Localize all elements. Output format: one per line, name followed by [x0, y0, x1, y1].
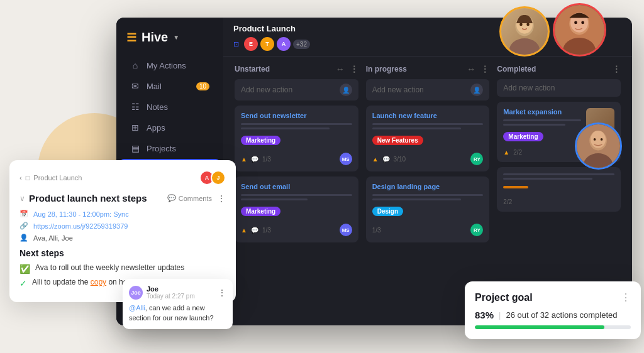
comment-bubble: Joe Joe Today at 2:27 pm ⋮ @Alli, can we…: [123, 279, 233, 329]
comment-author-avatar: Joe: [129, 286, 143, 300]
column-header-completed: Completed ⋮: [497, 64, 621, 74]
card-tag[interactable]: Marketing: [241, 136, 280, 145]
sidebar-item-apps[interactable]: ⊞ Apps: [120, 117, 219, 138]
dropdown-icon: ▼: [173, 34, 179, 41]
task-count: 1/3: [262, 156, 271, 163]
svg-point-10: [581, 21, 584, 24]
notes-section-title: Next steps: [19, 248, 226, 258]
notes-more-menu[interactable]: ⋮: [217, 193, 226, 204]
card-meta: ▲ 💬 3/10: [372, 156, 406, 163]
notes-date: Aug 28, 11:30 - 12:00pm: Sync: [33, 210, 129, 218]
card-line: [503, 178, 592, 180]
chat-icon: 💬: [382, 156, 390, 163]
card-tag[interactable]: New Features: [372, 136, 423, 145]
warning-icon: ▲: [241, 227, 247, 234]
card-meta: ▲ 2/2: [503, 149, 522, 156]
people-icon: 👤: [19, 234, 28, 242]
card-line: [241, 128, 330, 129]
chat-icon: 💬: [251, 156, 258, 163]
notes-breadcrumb: ‹ □ Product Launch A J: [19, 170, 226, 185]
more-icon[interactable]: ⋮: [350, 64, 358, 74]
comment-icon: 💬: [167, 194, 176, 202]
card-footer: ▲ 2/2: [503, 149, 581, 156]
card-line: [372, 194, 484, 196]
card-title: Launch new feature: [372, 112, 484, 119]
card-tag[interactable]: Marketing: [503, 132, 543, 141]
notes-avatars: A J: [203, 170, 226, 185]
avatar-person-1: [499, 6, 550, 57]
goal-progress-bar: [475, 325, 631, 329]
notes-people: Ava, Alli, Joe: [33, 234, 73, 242]
avatar-person-3: [575, 122, 622, 170]
card-tag[interactable]: Marketing: [241, 207, 280, 216]
add-action-btn-unstarted[interactable]: Add new action 👤: [235, 79, 358, 100]
notes-link: https://zoom.us/j/92259319379: [33, 222, 128, 230]
comment-more-menu[interactable]: ⋮: [218, 288, 226, 298]
avatar-person-2: [553, 3, 606, 57]
column-completed: Completed ⋮ Add new action Market expans…: [493, 64, 625, 318]
app-logo[interactable]: ☰ Hive ▼: [116, 28, 223, 55]
warning-icon: ▲: [241, 156, 247, 163]
card-meta: 1/3: [372, 227, 381, 234]
comment-time: Today at 2:27 pm: [147, 293, 195, 300]
notes-comment-btn[interactable]: 💬 Comments: [167, 194, 212, 202]
card-tag: [503, 186, 528, 188]
card-line: [503, 119, 581, 121]
board-icon: ⊡: [233, 40, 239, 48]
sidebar-item-notes[interactable]: ☷ Notes: [120, 97, 219, 117]
more-icon[interactable]: ⋮: [612, 64, 621, 74]
comment-text: @Alli, can we add a new section for our …: [129, 303, 226, 323]
expand-icon: ↔: [336, 64, 345, 74]
sidebar-item-label: My Actions: [147, 61, 186, 70]
warning-icon: ▲: [372, 156, 379, 163]
column-header-in-progress: In progress ↔ ⋮: [366, 64, 490, 74]
goal-more-menu[interactable]: ⋮: [621, 291, 631, 303]
card-send-newsletter: Send out newsletter Marketing ▲ 💬 1/3 MS: [235, 106, 358, 171]
notes-list-item-1: ✅ Ava to roll out the weekly newsletter …: [19, 263, 226, 274]
back-icon[interactable]: ‹: [19, 174, 22, 182]
column-title-unstarted: Unstarted: [235, 65, 270, 73]
card-assignee-avatar: MS: [340, 224, 352, 236]
column-header-unstarted: Unstarted ↔ ⋮: [235, 64, 358, 74]
svg-point-3: [519, 23, 523, 26]
svg-point-15: [594, 138, 596, 141]
home-icon: ⌂: [130, 60, 140, 70]
card-assignee-avatar: RY: [470, 153, 483, 165]
sidebar-item-my-actions[interactable]: ⌂ My Actions: [120, 55, 219, 75]
card-tag[interactable]: Design: [372, 207, 403, 216]
card-line: [503, 124, 565, 126]
card-assignee-avatar: MS: [340, 153, 352, 165]
avatar-chip-3: A: [277, 37, 291, 51]
more-icon[interactable]: ⋮: [480, 64, 489, 74]
sidebar-item-label: Notes: [147, 102, 168, 112]
highlighted-word: copy: [91, 278, 106, 286]
card-line: [372, 128, 461, 129]
sidebar-item-label: Projects: [147, 144, 176, 153]
notes-date-row: 📅 Aug 28, 11:30 - 12:00pm: Sync: [19, 210, 226, 218]
card-title: Send out email: [241, 183, 352, 190]
sidebar-item-mail[interactable]: ✉ Mail 10: [120, 76, 219, 96]
card-footer: 2/2: [503, 198, 614, 205]
task-count: 1/3: [262, 227, 271, 234]
task-count: 1/3: [372, 227, 381, 234]
add-action-btn-in-progress[interactable]: Add new action 👤: [366, 79, 490, 100]
goal-percent: 83%: [475, 310, 494, 320]
comment-author-name: Joe: [147, 285, 195, 293]
sidebar-item-projects[interactable]: ▤ Projects: [120, 138, 219, 158]
column-unstarted: Unstarted ↔ ⋮ Add new action 👤 Send out …: [231, 64, 362, 318]
card-line: [372, 198, 461, 200]
calendar-icon: 📅: [19, 210, 28, 218]
card-title: Design landing page: [372, 183, 484, 190]
card-footer: ▲ 💬 1/3 MS: [241, 153, 352, 165]
add-action-btn-completed[interactable]: Add new action: [497, 79, 621, 97]
card-line: [241, 123, 352, 125]
notes-avatar-2: J: [211, 170, 226, 185]
notes-item-text: Ava to roll out the weekly newsletter up…: [35, 263, 184, 272]
comment-mention: @Alli: [129, 304, 145, 312]
avatar-chip-2: T: [260, 37, 274, 51]
column-title-in-progress: In progress: [366, 65, 407, 73]
goal-header: Project goal ⋮: [475, 291, 631, 303]
goal-title: Project goal: [475, 292, 533, 303]
apps-icon: ⊞: [130, 122, 140, 133]
svg-point-9: [574, 21, 577, 24]
